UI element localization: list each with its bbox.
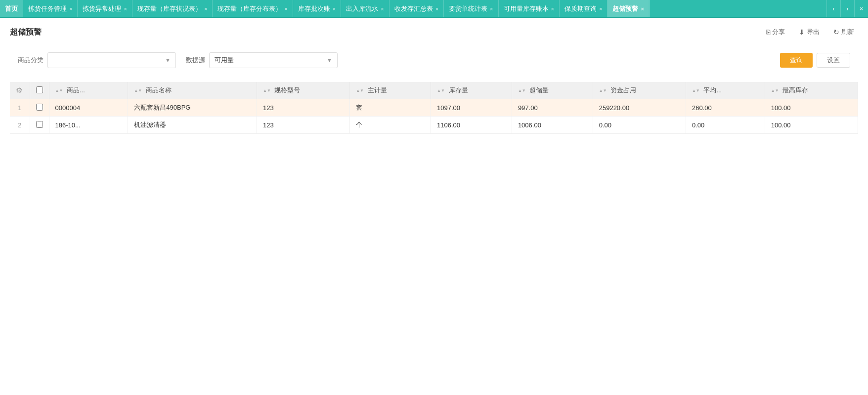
top-navigation: 首页 拣货任务管理 × 拣货异常处理 × 现存量（库存状况表） × 现存量（库存… [0, 0, 868, 18]
cell-product-code: 0000004 [49, 99, 128, 117]
query-button[interactable]: 查询 [780, 53, 813, 68]
table-body: 1 0000004 六配套新昌490BPG 123 套 1097.00 997.… [10, 99, 858, 134]
refresh-icon: ↻ [833, 28, 839, 36]
settings-button[interactable]: 设置 [817, 53, 850, 68]
close-icon[interactable]: × [124, 6, 127, 12]
nav-item-order-stats[interactable]: 要货单统计表 × [444, 0, 498, 17]
sort-icon[interactable]: ▲▼ [134, 89, 142, 93]
nav-item-stock-dist[interactable]: 现存量（库存分布表） × [213, 0, 293, 17]
filter-bar: 商品分类 ▼ 数据源 可用量 ▼ 查询 设置 [10, 46, 858, 74]
cell-capital: 0.00 [593, 117, 686, 134]
row-checkbox-cell [30, 99, 49, 117]
page-content: 超储预警 ⎘ 分享 ⬇ 导出 ↻ 刷新 商品分类 ▼ 数据源 [0, 18, 868, 395]
col-overstock: ▲▼ 超储量 [512, 82, 593, 99]
cell-overstock: 997.00 [512, 99, 593, 117]
close-icon[interactable]: × [381, 6, 384, 12]
nav-prev-button[interactable]: ‹ [826, 0, 840, 18]
col-product-code: ▲▼ 商品... [49, 82, 128, 99]
col-unit: ▲▼ 主计量 [350, 82, 431, 99]
col-max-stock: ▲▼ 最高库存 [765, 82, 858, 99]
cell-overstock: 1006.00 [512, 117, 593, 134]
sort-icon[interactable]: ▲▼ [771, 89, 779, 93]
gear-icon[interactable]: ⚙ [16, 86, 22, 94]
close-icon[interactable]: × [204, 6, 207, 12]
col-avg: ▲▼ 平均... [686, 82, 765, 99]
table-row: 2 186-10... 机油滤清器 123 个 1106.00 1006.00 … [10, 117, 858, 134]
cell-capital: 259220.00 [593, 99, 686, 117]
sort-icon[interactable]: ▲▼ [437, 89, 445, 93]
data-table: ⚙ ▲▼ 商品... ▲▼ 商品名称 ▲▼ 规格型号 ▲▼ [10, 82, 858, 134]
cell-avg: 0.00 [686, 117, 765, 134]
chevron-down-icon: ▼ [327, 57, 332, 63]
export-icon: ⬇ [799, 28, 805, 36]
col-checkbox [30, 82, 49, 99]
cell-spec: 123 [257, 99, 349, 117]
nav-item-task-mgmt[interactable]: 拣货任务管理 × [23, 0, 78, 17]
header-actions: ⎘ 分享 ⬇ 导出 ↻ 刷新 [762, 26, 858, 39]
page-title: 超储预警 [10, 27, 42, 38]
cell-unit: 个 [350, 117, 431, 134]
sort-icon[interactable]: ▲▼ [692, 89, 700, 93]
nav-item-stock-status[interactable]: 现存量（库存状况表） × [132, 0, 213, 17]
sort-icon[interactable]: ▲▼ [518, 89, 526, 93]
sort-icon[interactable]: ▲▼ [599, 89, 607, 93]
product-category-select[interactable]: ▼ [47, 52, 176, 68]
share-button[interactable]: ⎘ 分享 [762, 26, 789, 39]
row-checkbox[interactable] [36, 121, 43, 128]
close-icon[interactable]: × [69, 6, 72, 12]
col-spec: ▲▼ 规格型号 [257, 82, 349, 99]
cell-product-name: 机油滤清器 [128, 117, 257, 134]
cell-unit: 套 [350, 99, 431, 117]
nav-close-all-button[interactable]: × [854, 0, 868, 18]
filter-actions: 查询 设置 [780, 53, 850, 68]
nav-item-summary[interactable]: 收发存汇总表 × [390, 0, 444, 17]
share-icon: ⎘ [766, 28, 770, 36]
cell-max-stock: 100.00 [765, 117, 858, 134]
chevron-down-icon: ▼ [165, 57, 171, 63]
close-icon[interactable]: × [551, 6, 554, 12]
row-checkbox-cell [30, 117, 49, 134]
cell-avg: 260.00 [686, 99, 765, 117]
close-icon[interactable]: × [641, 6, 644, 12]
product-category-label: 商品分类 [18, 56, 43, 65]
col-capital: ▲▼ 资金占用 [593, 82, 686, 99]
close-icon[interactable]: × [435, 6, 438, 12]
nav-item-exception[interactable]: 拣货异常处理 × [78, 0, 132, 17]
nav-item-home[interactable]: 首页 [0, 0, 23, 17]
nav-item-inout[interactable]: 出入库流水 × [341, 0, 389, 17]
close-icon[interactable]: × [333, 6, 336, 12]
nav-item-expiry[interactable]: 保质期查询 × [560, 0, 608, 17]
nav-arrows: ‹ › × [826, 0, 868, 18]
col-settings: ⚙ [10, 82, 30, 99]
cell-product-name: 六配套新昌490BPG [128, 99, 257, 117]
row-number: 1 [10, 99, 30, 117]
close-icon[interactable]: × [599, 6, 602, 12]
product-category-filter: 商品分类 ▼ [18, 52, 176, 68]
sort-icon[interactable]: ▲▼ [263, 89, 271, 93]
close-icon[interactable]: × [490, 6, 493, 12]
col-product-name: ▲▼ 商品名称 [128, 82, 257, 99]
sort-icon[interactable]: ▲▼ [55, 89, 63, 93]
datasource-select[interactable]: 可用量 ▼ [209, 52, 338, 68]
table-row: 1 0000004 六配套新昌490BPG 123 套 1097.00 997.… [10, 99, 858, 117]
row-checkbox[interactable] [36, 104, 43, 111]
row-number: 2 [10, 117, 30, 134]
cell-stock: 1106.00 [431, 117, 512, 134]
export-button[interactable]: ⬇ 导出 [795, 26, 824, 39]
page-header: 超储预警 ⎘ 分享 ⬇ 导出 ↻ 刷新 [10, 26, 858, 39]
cell-product-code: 186-10... [49, 117, 128, 134]
datasource-filter: 数据源 可用量 ▼ [186, 52, 338, 68]
select-all-checkbox[interactable] [36, 86, 43, 93]
nav-item-available-stock[interactable]: 可用量库存账本 × [499, 0, 560, 17]
col-stock: ▲▼ 库存量 [431, 82, 512, 99]
nav-next-button[interactable]: › [840, 0, 854, 18]
datasource-value: 可用量 [215, 56, 234, 65]
datasource-label: 数据源 [186, 56, 205, 65]
sort-icon[interactable]: ▲▼ [356, 89, 364, 93]
refresh-button[interactable]: ↻ 刷新 [829, 26, 858, 39]
nav-item-overstock[interactable]: 超储预警 × [608, 0, 649, 17]
nav-item-batch[interactable]: 库存批次账 × [293, 0, 341, 17]
table-header: ⚙ ▲▼ 商品... ▲▼ 商品名称 ▲▼ 规格型号 ▲▼ [10, 82, 858, 99]
close-icon[interactable]: × [284, 6, 287, 12]
cell-stock: 1097.00 [431, 99, 512, 117]
